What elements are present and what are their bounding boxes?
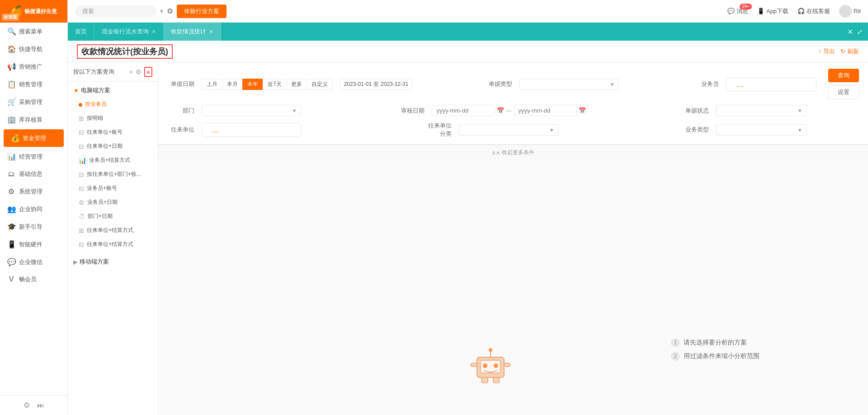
sidebar-item-purchase[interactable]: 🛒 采购管理 <box>0 93 67 111</box>
business-type-select[interactable]: ▾ <box>716 124 807 136</box>
export-label: 导出 <box>823 47 835 56</box>
scheme-item-unit-settlement1[interactable]: ⊞ 往来单位+结算方式 <box>68 223 158 237</box>
left-panel-title: 按以下方案查询 <box>73 68 114 76</box>
topbar-settings-icon[interactable]: ⚙ <box>167 7 173 15</box>
left-panel: 按以下方案查询 + ⚙ « ▼ 电脑端方案 按业务员 ⊞ <box>68 62 158 415</box>
business-type-label: 业务类型 <box>682 126 709 134</box>
sidebar-item-operation[interactable]: 📊 经营管理 <box>0 148 67 165</box>
export-button[interactable]: ↑ 导出 <box>819 47 835 56</box>
close-tab-bank-flow-icon[interactable]: ✕ <box>151 28 156 35</box>
scheme-item-salesman-date[interactable]: ⚙ 业务员+日期 <box>68 195 158 209</box>
scheme-item-salesman-settlement[interactable]: 📊 业务员+结算方式 <box>68 153 158 167</box>
online-service-button[interactable]: 🎧 在线客服 <box>797 7 830 15</box>
scheme-group-header-desktop[interactable]: ▼ 电脑端方案 <box>68 84 158 97</box>
maximize-icon[interactable]: ⤢ <box>857 28 863 36</box>
counterpart-more-icon[interactable]: ... <box>212 125 219 135</box>
date-opt-7days[interactable]: 近7天 <box>263 79 286 90</box>
tabbar: 首页 现金银行流水查询 ✕ 收款情况统计 ✕ ✕ ⤢ <box>68 23 868 41</box>
sidebar-item-search[interactable]: 🔍 搜索菜单 <box>0 23 67 40</box>
dept-select[interactable]: ▾ <box>202 105 301 116</box>
review-date-end-input[interactable] <box>514 105 577 116</box>
review-date-start-input[interactable] <box>432 105 495 116</box>
sidebar-item-member[interactable]: V 畅会员 <box>0 271 67 288</box>
date-opt-this-month[interactable]: 本月 <box>222 79 242 90</box>
sidebar-item-marketing[interactable]: 📢 营销推广 <box>0 58 67 75</box>
sidebar-item-inventory[interactable]: 🏢 库存核算 <box>0 111 67 128</box>
scheme-item-unit-dept[interactable]: ⊟ 按往来单位+部门+收... <box>68 167 158 181</box>
date-range-input[interactable]: 2023-01-01 至 2023-12-31 <box>340 79 413 90</box>
sidebar-item-hardware[interactable]: 📱 智能硬件 <box>0 236 67 253</box>
settings-bottom-icon[interactable]: ⚙ <box>22 399 32 411</box>
date-opt-last-month[interactable]: 上月 <box>202 79 222 90</box>
sidebar: 🍊 畅捷通好生意 标准版 🔍 搜索菜单 🏠 快捷导航 📢 营销推广 📋 销售管理… <box>0 0 68 415</box>
topbar: 搜索 ▾ ⚙ 体验行业方案 💬 消息 99+ 📱 App下载 🎧 在线客服 Ri <box>68 0 868 23</box>
scheme-item-unit-date[interactable]: ⊟ 往来单位+日期 <box>68 139 158 153</box>
scheme-item-label: 业务员+结算方式 <box>89 156 130 164</box>
sidebar-item-nav[interactable]: 🏠 快捷导航 <box>0 40 67 58</box>
calendar-end-icon[interactable]: 📅 <box>579 107 586 114</box>
filter-row-1: 单据日期 上月 本月 本年 近7天 更多 自定义 2023-01-01 至 20… <box>167 69 859 99</box>
scheme-item-salesman[interactable]: 按业务员 <box>68 97 158 111</box>
scheme-item-label: 往来单位+账号 <box>87 128 123 136</box>
sidebar-item-label: 企业协同 <box>19 205 42 213</box>
sidebar-item-label: 智能硬件 <box>19 241 42 249</box>
tab-collection-stats[interactable]: 收款情况统计 ✕ <box>164 23 221 41</box>
voucher-status-select[interactable]: ▾ <box>716 105 807 116</box>
sidebar-item-label: 营销推广 <box>19 63 42 71</box>
sidebar-item-label: 经营管理 <box>19 153 42 161</box>
dropdown-arrow-icon[interactable]: ▾ <box>160 8 163 14</box>
collapse-panel-icon[interactable]: « <box>144 67 152 77</box>
review-date-label: 审核日期 <box>397 107 425 115</box>
calendar-start-icon[interactable]: 📅 <box>497 107 504 114</box>
sidebar-item-label: 库存核算 <box>19 116 42 124</box>
scheme-icon-salesman-date: ⚙ <box>79 199 85 206</box>
sidebar-item-wechat[interactable]: 💬 企业微信 <box>0 253 67 271</box>
sidebar-item-sales[interactable]: 📋 销售管理 <box>0 75 67 93</box>
counterpart-category-select[interactable]: ▾ <box>459 124 558 136</box>
counterpart-select[interactable]: ... <box>202 123 301 137</box>
user-profile[interactable]: Rit <box>839 5 861 18</box>
salesman-more-icon[interactable]: ... <box>736 80 743 89</box>
sidebar-item-label: 销售管理 <box>19 80 42 89</box>
close-window-icon[interactable]: ✕ <box>847 28 853 36</box>
sidebar-item-guide[interactable]: 🎓 新手引导 <box>0 218 67 236</box>
collapse-bar[interactable]: ∧∧ 收起更多条件 <box>158 145 868 160</box>
query-button[interactable]: 查询 <box>828 69 859 82</box>
close-tab-collection-stats-icon[interactable]: ✕ <box>209 28 213 35</box>
main-content: 搜索 ▾ ⚙ 体验行业方案 💬 消息 99+ 📱 App下载 🎧 在线客服 Ri <box>68 0 868 415</box>
voucher-type-select[interactable]: ▾ <box>519 79 619 90</box>
tab-bank-flow[interactable]: 现金银行流水查询 ✕ <box>94 23 164 41</box>
date-opt-more[interactable]: 更多 <box>286 79 307 90</box>
sidebar-item-finance[interactable]: 💰 资金管理 <box>4 129 64 147</box>
scheme-item-detail[interactable]: ⊞ 按明细 <box>68 111 158 125</box>
sidebar-item-basic[interactable]: 🗂 基础信息 <box>0 165 67 183</box>
scheme-item-label: 业务员+日期 <box>87 198 118 206</box>
tab-home[interactable]: 首页 <box>68 23 94 41</box>
sidebar-item-collab[interactable]: 👥 企业协同 <box>0 200 67 218</box>
scheme-icon-salesman-account: ⊟ <box>79 185 84 192</box>
search-input[interactable]: 搜索 <box>75 5 156 17</box>
salesman-filter-label: 业务员 <box>692 80 719 88</box>
scheme-settings-icon[interactable]: ⚙ <box>136 68 142 75</box>
export-icon: ↑ <box>819 48 822 55</box>
scheme-item-dept-date[interactable]: ⏱ 部门+日期 <box>68 209 158 223</box>
notification-button[interactable]: 💬 消息 99+ <box>727 7 748 15</box>
scheme-item-salesman-account[interactable]: ⊟ 业务员+账号 <box>68 181 158 195</box>
scheme-group-header-mobile[interactable]: ▶ 移动端方案 <box>68 255 158 269</box>
date-opt-custom[interactable]: 自定义 <box>307 79 333 90</box>
service-icon: 🎧 <box>797 8 805 14</box>
scheme-item-unit-account[interactable]: ⊟ 往来单位+账号 <box>68 125 158 139</box>
salesman-select[interactable]: ... <box>726 77 816 91</box>
date-separator: 至 <box>373 80 379 88</box>
scheme-item-unit-settlement2[interactable]: ⊟ 往来单位+结算方式 <box>68 237 158 251</box>
refresh-button[interactable]: ↻ 刷新 <box>840 47 859 56</box>
settings-button[interactable]: 设置 <box>828 85 859 99</box>
date-opt-this-year[interactable]: 本年 <box>242 79 263 90</box>
trial-button[interactable]: 体验行业方案 <box>177 5 226 18</box>
sidebar-item-system[interactable]: ⚙ 系统管理 <box>0 183 67 200</box>
app-download-button[interactable]: 📱 App下载 <box>757 7 788 15</box>
hint-text-2: 用过滤条件来缩小分析范围 <box>684 352 760 360</box>
collapse-sidebar-icon[interactable]: ⏭ <box>35 400 46 411</box>
hint-num-2: 2 <box>671 352 680 361</box>
add-scheme-icon[interactable]: + <box>129 68 133 75</box>
